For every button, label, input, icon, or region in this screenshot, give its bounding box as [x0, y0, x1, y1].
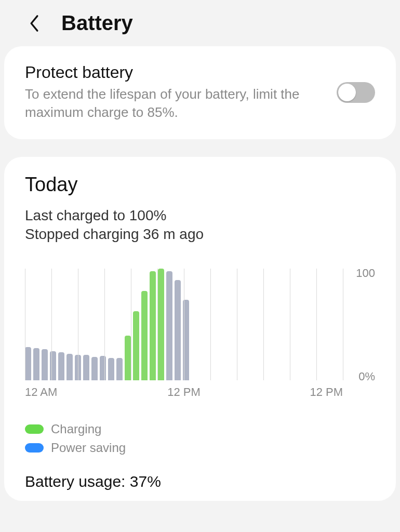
chart-bar	[42, 349, 48, 380]
chart-bar	[33, 348, 39, 380]
legend-label: Charging	[51, 422, 101, 436]
page-header: Battery	[0, 0, 400, 46]
chart-gridline	[157, 269, 158, 380]
x-tick: 12 PM	[237, 385, 343, 399]
chart-bar	[91, 357, 98, 380]
y-tick-max: 100	[356, 267, 375, 280]
chart-bar-charging	[141, 291, 148, 380]
toggle-knob	[338, 84, 356, 101]
protect-battery-desc: To extend the lifespan of your battery, …	[25, 85, 326, 122]
today-title: Today	[25, 174, 375, 196]
legend-charging: Charging	[25, 422, 375, 436]
chart-bar-charging	[158, 269, 164, 380]
chart-gridline	[210, 269, 211, 380]
chart-y-axis: 100 0%	[343, 269, 375, 380]
battery-chart: 100 0%	[25, 269, 375, 380]
stopped-charging-line: Stopped charging 36 m ago	[25, 226, 375, 243]
chart-legend: Charging Power saving	[25, 422, 375, 455]
chart-bar	[108, 358, 114, 380]
protect-battery-card: Protect battery To extend the lifespan o…	[4, 46, 396, 139]
chart-gridline	[184, 269, 184, 380]
last-charged-line: Last charged to 100%	[25, 207, 375, 224]
chart-gridline	[316, 269, 317, 380]
legend-swatch-charging	[25, 424, 44, 434]
battery-usage-line: Battery usage: 37%	[25, 473, 375, 490]
page-title: Battery	[61, 11, 133, 35]
chart-bar	[25, 347, 31, 381]
chart-bar	[166, 271, 172, 381]
chart-bar	[58, 352, 64, 380]
chart-bar	[66, 354, 73, 381]
chart-bar	[175, 280, 181, 381]
back-button[interactable]	[25, 14, 44, 33]
legend-label: Power saving	[51, 441, 126, 455]
chart-bar	[116, 358, 123, 380]
legend-power-saving: Power saving	[25, 441, 375, 455]
chart-bar-charging	[133, 311, 139, 380]
x-tick: 12 PM	[131, 385, 237, 399]
y-tick-min: 0%	[358, 370, 375, 383]
chart-gridline	[51, 269, 52, 380]
chart-gridline	[290, 269, 290, 380]
chart-bar	[83, 355, 89, 380]
chart-x-axis: 12 AM 12 PM 12 PM	[25, 385, 343, 399]
protect-battery-label: Protect battery	[25, 63, 326, 82]
protect-battery-toggle[interactable]	[337, 82, 375, 103]
today-card: Today Last charged to 100% Stopped charg…	[4, 157, 396, 501]
x-tick: 12 AM	[25, 385, 131, 399]
chart-gridline	[25, 269, 25, 380]
chart-bar	[100, 356, 106, 380]
chart-bar	[50, 351, 56, 380]
chart-gridline	[237, 269, 237, 380]
chart-gridline	[131, 269, 131, 380]
chart-gridline	[78, 269, 78, 380]
chevron-left-icon	[29, 15, 39, 32]
legend-swatch-power-saving	[25, 443, 44, 453]
protect-battery-row[interactable]: Protect battery To extend the lifespan o…	[25, 63, 375, 122]
chart-bar-charging	[150, 271, 156, 381]
chart-bar-charging	[125, 336, 131, 380]
chart-gridline	[104, 269, 105, 380]
chart-gridline	[263, 269, 264, 380]
